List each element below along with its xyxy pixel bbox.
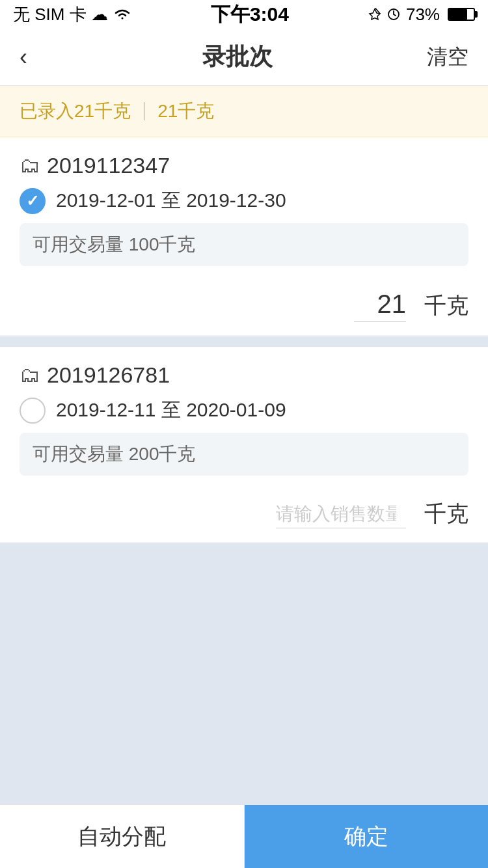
nav-bar: ‹ 录批次 清空 [0,29,488,86]
batch-card-2: 🗂 2019126781 2019-12-11 至 2020-01-09 可用交… [0,347,488,542]
batch-available-2: 可用交易量 200千克 [20,433,468,476]
batch-qty-input-2[interactable] [276,500,406,528]
info-banner: 已录入21千克 21千克 [0,86,488,137]
battery-icon [448,8,475,21]
batch-available-1: 可用交易量 100千克 [20,223,468,266]
status-time: 下午3:04 [211,1,289,28]
back-button[interactable]: ‹ [20,44,59,71]
status-left: 无 SIM 卡 ☁ [13,3,131,26]
empty-area [0,543,488,817]
total-qty: 21千克 [157,99,214,124]
content-area: 🗂 2019112347 2019-12-01 至 2019-12-30 可用交… [0,137,488,868]
info-divider [144,102,144,120]
batch-radio-1[interactable] [20,188,46,214]
batch-header-2: 🗂 2019126781 [0,347,488,394]
batch-icon-2: 🗂 [20,363,40,387]
recorded-qty: 已录入21千克 [20,99,131,124]
qty-input-wrap-2 [20,500,406,528]
status-right: 73% [368,5,475,25]
bottom-bar: 自动分配 确定 [0,804,488,868]
batch-date-1: 2019-12-01 至 2019-12-30 [56,187,286,214]
batch-radio-2[interactable] [20,398,46,424]
batch-number-2: 2019126781 [47,362,170,388]
batch-qty-value-1: 21 [354,290,406,322]
batch-unit-1: 千克 [424,291,468,321]
auto-distribute-button[interactable]: 自动分配 [0,805,245,868]
no-sim-label: 无 SIM 卡 ☁ [13,3,108,26]
clear-button[interactable]: 清空 [416,43,468,72]
confirm-button[interactable]: 确定 [245,805,489,868]
batch-unit-2: 千克 [424,499,468,529]
batch-date-row-2: 2019-12-11 至 2020-01-09 [0,394,488,430]
batch-qty-row-1: 21 千克 [0,279,488,335]
batch-card-1: 🗂 2019112347 2019-12-01 至 2019-12-30 可用交… [0,137,488,335]
batch-date-2: 2019-12-11 至 2020-01-09 [56,397,286,424]
status-bar: 无 SIM 卡 ☁ 下午3:04 73% [0,0,488,29]
clock-icon [386,8,401,21]
section-separator [0,336,488,347]
batch-number-1: 2019112347 [47,153,170,178]
batch-qty-row-2: 千克 [0,489,488,542]
batch-header-1: 🗂 2019112347 [0,137,488,185]
qty-input-wrap-1: 21 [20,290,406,322]
wifi-icon [113,8,131,21]
batch-icon-1: 🗂 [20,154,40,178]
batch-date-row-1: 2019-12-01 至 2019-12-30 [0,185,488,221]
page-title: 录批次 [202,41,273,73]
battery-percent: 73% [406,5,440,25]
location-icon [368,8,381,21]
